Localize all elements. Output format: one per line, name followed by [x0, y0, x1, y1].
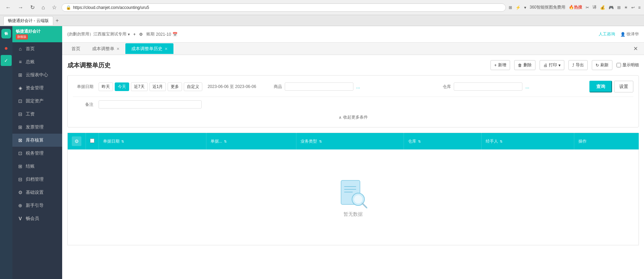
tab-home-label: 首页	[71, 46, 80, 52]
filter-row-date: 单据日期 昨天 今天 近7天 近1月 更多 自定义 2023-06-06 至 2…	[73, 81, 633, 92]
sidebar-label-guide: 新手引导	[26, 202, 44, 209]
new-icon: +	[494, 63, 497, 68]
sidebar-label-settings: 基础设置	[26, 189, 44, 196]
data-table: ⚙ 单据日期 ⇅ 单据... ⇅	[67, 133, 639, 245]
select-all-checkbox[interactable]	[90, 138, 94, 143]
tab-home[interactable]: 首页	[66, 43, 86, 54]
th-number[interactable]: 单据... ⇅	[206, 133, 296, 150]
date-btn-more[interactable]: 更多	[168, 82, 182, 91]
funds-icon: ◈	[18, 85, 23, 91]
game-icon: 🎮	[609, 5, 614, 10]
date-btn-yesterday[interactable]: 昨天	[99, 82, 113, 91]
sidebar-item-funds[interactable]: ◈ 资金管理	[12, 81, 62, 94]
goods-filter-input[interactable]	[285, 82, 353, 91]
warehouse-filter-input[interactable]	[454, 82, 522, 91]
tab-cost-adjust[interactable]: 成本调整单 ✕	[86, 43, 125, 54]
settings-gear-icon[interactable]: ⚙	[139, 32, 143, 37]
th-date[interactable]: 单据日期 ⇅	[99, 133, 206, 150]
sidebar-item-invoices[interactable]: ⊞ 发票管理	[12, 121, 62, 134]
address-bar[interactable]: 🔒 https://cloud.chanjet.com/accounting/u…	[61, 3, 506, 12]
svg-point-6	[354, 195, 362, 203]
sidebar-item-general-ledger[interactable]: ≡ 总账	[12, 55, 62, 68]
sidebar-item-settings[interactable]: ⚙ 基础设置	[12, 186, 62, 199]
logo-badge: 旗舰版	[16, 34, 28, 40]
main-close-button[interactable]: ✕	[631, 44, 641, 53]
wallet-icon: 💰	[600, 5, 605, 10]
refresh-button[interactable]: ↻ 刷新	[592, 60, 612, 70]
lightning-icon: ⚡	[516, 5, 521, 10]
empty-illustration	[336, 177, 370, 211]
sidebar-item-archive[interactable]: ⊟ 归档管理	[12, 173, 62, 186]
date-filter-buttons: 昨天 今天 近7天 近1月 更多 自定义	[99, 82, 202, 91]
sidebar-item-guide[interactable]: ⊕ 新手引导	[12, 199, 62, 212]
company-name: (勿删勿禁用）江西服宝测试专用	[67, 31, 126, 37]
nav-logo: 畅捷通好会计 旗舰版	[12, 26, 62, 42]
sidebar-item-fixed-assets[interactable]: ⊡ 固定资产	[12, 94, 62, 108]
date-btn-1month[interactable]: 近1月	[149, 82, 166, 91]
svg-line-8	[362, 203, 366, 207]
icon-sidebar-app[interactable]: 畅	[1, 29, 11, 38]
collapse-button[interactable]: ∧ 收起更多条件	[337, 113, 370, 122]
browser-tab-bar: 畅捷通好会计 - 云端版 +	[0, 15, 644, 26]
sidebar-item-home[interactable]: ⌂ 首页	[12, 42, 62, 55]
tab-cost-adjust-history[interactable]: 成本调整单历史 ✕	[125, 43, 173, 54]
sidebar-item-tax[interactable]: ⊡ 税务管理	[12, 147, 62, 160]
add-button[interactable]: +	[133, 32, 136, 37]
tab-cost-adjust-history-close[interactable]: ✕	[165, 47, 168, 51]
sidebar-item-payroll[interactable]: ⊟ 工资	[12, 108, 62, 121]
sidebar-label-home: 首页	[26, 46, 35, 52]
filter-area: 单据日期 昨天 今天 近7天 近1月 更多 自定义 2023-06-06 至 2…	[67, 75, 639, 127]
query-button[interactable]: 查询	[589, 81, 612, 92]
delete-button[interactable]: 🗑 删除	[514, 60, 535, 70]
goods-more-icon[interactable]: ...	[356, 84, 360, 89]
membership-icon: V	[18, 216, 23, 221]
browser-chrome: ← → ↻ ⌂ ☆ 🔒 https://cloud.chanjet.com/ac…	[0, 0, 644, 15]
forward-button[interactable]: →	[16, 4, 25, 11]
settings-button[interactable]: 设置	[614, 81, 633, 92]
sidebar-item-close-accounts[interactable]: ⊞ 结账	[12, 160, 62, 173]
home-button[interactable]: ⌂	[39, 4, 47, 11]
show-columns-checkbox[interactable]	[617, 63, 621, 67]
goods-filter-label: 商品	[261, 84, 282, 90]
th-warehouse-label: 仓库	[408, 139, 416, 144]
tab-cost-adjust-close[interactable]: ✕	[116, 47, 120, 51]
search-label: 360智能抠图免费用	[530, 4, 565, 10]
user-info[interactable]: 👤 徐泽华	[620, 31, 639, 37]
sidebar-item-inventory[interactable]: ⊠ 库存核算	[12, 134, 62, 147]
bookmark-button[interactable]: ☆	[50, 3, 59, 11]
icon-sidebar-weibo[interactable]: ●	[1, 43, 12, 54]
company-selector[interactable]: (勿删勿禁用）江西服宝测试专用 ▾	[67, 31, 130, 37]
service-link[interactable]: 人工咨询	[599, 31, 615, 37]
back-button[interactable]: ←	[3, 4, 13, 11]
print-button[interactable]: 🖨 打印 ▾	[540, 60, 564, 70]
new-button[interactable]: + 新增	[490, 60, 510, 70]
sidebar-label-payroll: 工资	[26, 111, 35, 117]
sidebar-item-reports[interactable]: ⊞ 云报表中心	[12, 68, 62, 81]
warehouse-more-icon[interactable]: ...	[525, 84, 529, 89]
fixed-assets-icon: ⊡	[18, 98, 23, 104]
date-btn-custom[interactable]: 自定义	[184, 82, 202, 91]
date-btn-7days[interactable]: 近7天	[131, 82, 148, 91]
new-tab-button[interactable]: +	[56, 18, 59, 24]
export-button[interactable]: ⤴ 导出	[568, 60, 588, 70]
th-handler[interactable]: 经手人 ⇅	[482, 133, 574, 150]
period-info: 账期 2021-10 📅	[146, 31, 178, 37]
translate-icon: 译	[592, 4, 597, 10]
sidebar-label-membership: 畅会员	[26, 215, 39, 222]
reload-button[interactable]: ↻	[28, 3, 37, 11]
show-columns-label: 显示明细	[622, 62, 639, 68]
browser-tab[interactable]: 畅捷通好会计 - 云端版	[3, 16, 53, 25]
calendar-icon[interactable]: 📅	[172, 32, 178, 37]
th-warehouse[interactable]: 仓库 ⇅	[404, 133, 482, 150]
th-checkbox	[86, 133, 99, 150]
date-btn-today[interactable]: 今天	[115, 82, 129, 91]
memo-filter-input[interactable]	[99, 100, 202, 109]
tab-cost-adjust-label: 成本调整单	[92, 46, 114, 52]
table-settings-button[interactable]: ⚙	[72, 136, 81, 146]
icon-sidebar-active[interactable]: ✓	[1, 55, 12, 66]
archive-icon: ⊟	[18, 177, 23, 182]
lock-icon: 🔒	[66, 5, 71, 10]
th-biz-type[interactable]: 业务类型 ⇅	[296, 133, 404, 150]
sidebar-item-membership[interactable]: V 畅会员	[12, 212, 62, 225]
show-columns-checkbox-label[interactable]: 显示明细	[617, 62, 639, 68]
